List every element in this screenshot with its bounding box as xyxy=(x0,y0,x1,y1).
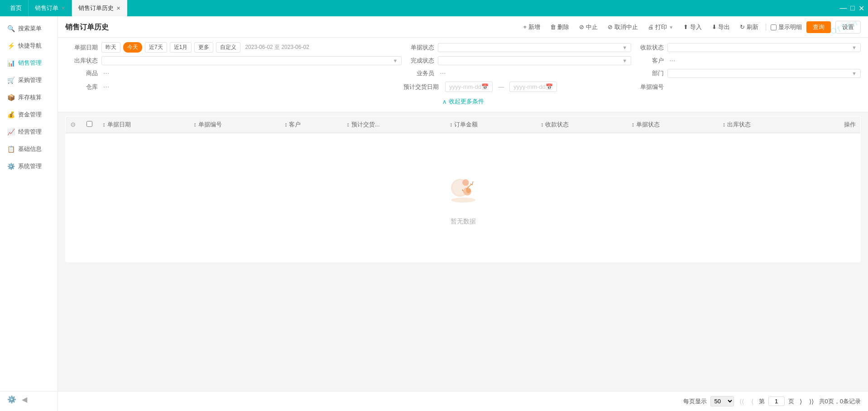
prev-page-button[interactable]: ⟨ xyxy=(749,397,755,406)
table-area: ⚙ ↕ 单据日期 ↕ 单据编号 ↕ 客户 xyxy=(58,112,868,391)
page-label: 第 xyxy=(759,397,765,406)
th-expected-date[interactable]: ↕ 预计交货... xyxy=(342,116,445,133)
page-input[interactable] xyxy=(768,396,785,406)
ship-status-arrow: ▼ xyxy=(393,58,398,63)
content-area: 销售订单历史 + 新增 🗑 删除 ⊘ 中止 ⊘ 取消中止 🖨 打印 ▼ xyxy=(58,16,868,411)
refresh-button[interactable]: ↻ 刷新 xyxy=(737,21,761,33)
complete-status-label: 完成状态 xyxy=(402,57,438,65)
sidebar-item-sales[interactable]: 📊 销售管理 xyxy=(0,54,58,72)
sidebar-item-finance-label: 资金管理 xyxy=(18,111,42,119)
select-all-checkbox[interactable] xyxy=(86,121,92,127)
sidebar-item-search[interactable]: 🔍 搜索菜单 xyxy=(0,20,58,37)
tab-home[interactable]: 首页 xyxy=(4,0,29,16)
first-page-button[interactable]: ⟨⟨ xyxy=(738,397,746,406)
close-button[interactable]: ✕ xyxy=(858,4,864,13)
tab-sales-order-history-close[interactable]: ✕ xyxy=(116,5,120,11)
th-amount[interactable]: ↕ 订单金额 xyxy=(445,116,536,133)
svg-point-3 xyxy=(462,179,469,186)
expected-date-from-input[interactable]: yyyy-mm-dd 📅 xyxy=(445,82,493,92)
th-order-status-label: ↕ 单据状态 xyxy=(632,121,660,128)
new-button[interactable]: + 新增 xyxy=(521,21,543,33)
th-number[interactable]: ↕ 单据编号 xyxy=(189,116,280,133)
sidebar-item-purchase[interactable]: 🛒 采购管理 xyxy=(0,72,58,89)
minimize-button[interactable]: — xyxy=(839,4,847,12)
order-status-select[interactable]: ▼ xyxy=(438,43,631,52)
payment-status-arrow: ▼ xyxy=(852,45,857,50)
th-checkbox xyxy=(82,116,98,133)
sidebar-item-basic-info-label: 基础信息 xyxy=(18,145,42,153)
finance-icon: 💰 xyxy=(7,111,14,118)
calendar-from-icon: 📅 xyxy=(481,83,489,90)
sidebar-collapse-icon[interactable]: ◀ xyxy=(22,395,27,404)
import-button[interactable]: ⬆ 导入 xyxy=(681,21,705,33)
sidebar-item-system[interactable]: ⚙️ 系统管理 xyxy=(0,158,58,175)
th-expected-date-label: ↕ 预计交货... xyxy=(347,121,380,128)
display-detail-checkbox[interactable] xyxy=(771,24,777,30)
main-layout: 🔍 搜索菜单 ⚡ 快捷导航 📊 销售管理 🛒 采购管理 📦 库存核算 💰 资金管… xyxy=(0,16,868,411)
cancel-stop-button[interactable]: ⊘ 取消中止 xyxy=(605,21,641,33)
last-page-button[interactable]: ⟩⟩ xyxy=(807,397,815,406)
stop-button[interactable]: ⊘ 中止 xyxy=(576,21,600,33)
filter-row-2: 出库状态 ▼ 完成状态 ▼ 客户 ··· xyxy=(65,56,861,65)
th-date[interactable]: ↕ 单据日期 xyxy=(98,116,189,133)
delete-button[interactable]: 🗑 删除 xyxy=(547,21,572,33)
sidebar-item-purchase-label: 采购管理 xyxy=(18,76,42,84)
department-select[interactable]: ▼ xyxy=(667,69,861,78)
settings-filter-button[interactable]: 设置 xyxy=(835,21,861,34)
payment-status-label: 收款状态 xyxy=(631,44,667,52)
th-customer[interactable]: ↕ 客户 xyxy=(280,116,342,133)
sidebar-item-quick-nav[interactable]: ⚡ 快捷导航 xyxy=(0,37,58,54)
date-btn-custom[interactable]: 自定义 xyxy=(216,42,240,53)
print-dropdown-icon[interactable]: ▼ xyxy=(669,25,673,30)
sidebar-item-inventory[interactable]: 📦 库存核算 xyxy=(0,89,58,106)
display-detail-checkbox-label[interactable]: 显示明细 xyxy=(771,23,802,31)
page-suffix: 页 xyxy=(788,397,794,406)
collapse-button[interactable]: ∧ 收起更多条件 xyxy=(65,96,861,107)
per-page-select[interactable]: 10 20 50 100 xyxy=(710,396,734,406)
date-btn-yesterday[interactable]: 昨天 xyxy=(101,42,120,53)
table-header-row: ⚙ ↕ 单据日期 ↕ 单据编号 ↕ 客户 xyxy=(66,116,861,133)
th-date-label: ↕ 单据日期 xyxy=(103,121,131,128)
toolbar-divider xyxy=(766,24,766,31)
sidebar-item-basic-info[interactable]: 📋 基础信息 xyxy=(0,140,58,158)
sidebar-settings-icon[interactable]: ⚙️ xyxy=(7,395,16,404)
export-button[interactable]: ⬇ 导出 xyxy=(709,21,733,33)
sidebar-item-operations[interactable]: 📈 经营管理 xyxy=(0,123,58,140)
th-payment-status[interactable]: ↕ 收款状态 xyxy=(536,116,627,133)
tab-sales-order[interactable]: 销售订单 ✕ xyxy=(29,0,72,16)
complete-status-select[interactable]: ▼ xyxy=(438,56,631,65)
tab-sales-order-history[interactable]: 销售订单历史 ✕ xyxy=(72,0,127,16)
date-btn-1month[interactable]: 近1月 xyxy=(170,42,192,53)
filter-customer-col: 客户 ··· xyxy=(631,57,861,65)
th-number-label: ↕ 单据编号 xyxy=(193,121,221,128)
purchase-icon: 🛒 xyxy=(7,77,14,84)
ship-status-select[interactable]: ▼ xyxy=(101,56,402,65)
next-page-button[interactable]: ⟩ xyxy=(798,397,804,406)
date-label: 单据日期 xyxy=(65,44,101,52)
print-button[interactable]: 🖨 打印 ▼ xyxy=(645,21,676,33)
date-btn-today[interactable]: 今天 xyxy=(123,42,142,53)
product-dots[interactable]: ··· xyxy=(101,69,111,77)
tab-sales-order-close[interactable]: ✕ xyxy=(61,5,65,11)
filter-row-4: 仓库 ··· 预计交货日期 yyyy-mm-dd 📅 — yyyy-mm-dd … xyxy=(65,82,861,92)
table-body: 暂无数据 xyxy=(66,133,861,262)
filter-date-col: 单据日期 昨天 今天 近7天 近1月 更多 自定义 2023-06-02 至 2… xyxy=(65,42,402,53)
column-settings-icon[interactable]: ⚙ xyxy=(70,121,76,128)
date-btn-7days[interactable]: 近7天 xyxy=(145,42,167,53)
th-order-status[interactable]: ↕ 单据状态 xyxy=(627,116,718,133)
sidebar-item-finance[interactable]: 💰 资金管理 xyxy=(0,106,58,123)
warehouse-dots[interactable]: ··· xyxy=(101,83,111,91)
th-ship-status[interactable]: ↕ 出库状态 xyxy=(718,116,809,133)
payment-status-select[interactable]: ▼ xyxy=(667,43,861,52)
salesperson-label: 业务员 xyxy=(402,69,438,77)
filter-order-number-col: 单据编号 xyxy=(631,83,861,91)
date-btn-more[interactable]: 更多 xyxy=(194,42,213,53)
empty-icon xyxy=(443,169,484,210)
query-button[interactable]: 查询 xyxy=(806,21,831,33)
salesperson-dots[interactable]: ··· xyxy=(438,69,447,77)
maximize-button[interactable]: □ xyxy=(850,4,855,12)
inventory-icon: 📦 xyxy=(7,94,14,101)
customer-dots[interactable]: ··· xyxy=(667,57,677,65)
svg-point-0 xyxy=(451,198,475,203)
expected-date-to-input[interactable]: yyyy-mm-dd 📅 xyxy=(509,82,557,92)
